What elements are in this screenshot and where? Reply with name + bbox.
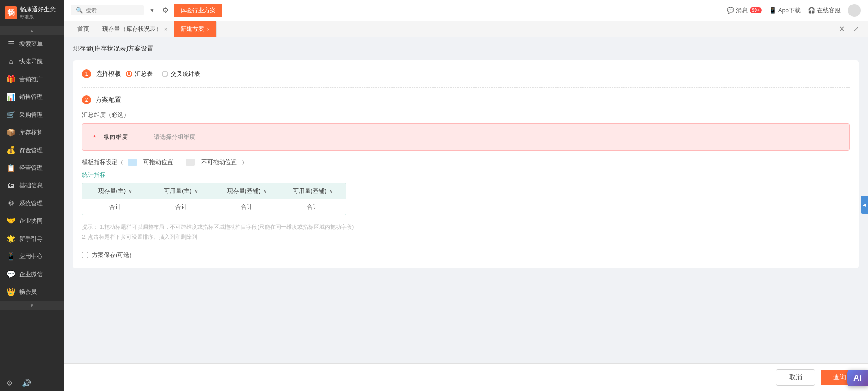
tab-inventory[interactable]: 现存量（库存状况表） × — [96, 21, 174, 37]
sidebar-item-label: 资金管理 — [19, 146, 43, 154]
content-area: 现存量(库存状况表)方案设置 1 选择模板 汇总表 交叉统计表 — [64, 37, 868, 363]
tips-text1: 1.拖动标题栏可以调整布局，不可跨维度或指标区域拖动栏目字段(只能在同一维度或指… — [100, 224, 354, 230]
col-header-3[interactable]: 可用量(基辅) ∨ — [280, 183, 346, 199]
message-label: 消息 — [736, 6, 748, 15]
save-checkbox[interactable] — [82, 252, 88, 258]
sidebar-item-member[interactable]: 👑 畅会员 — [0, 283, 64, 301]
sidebar-item-system[interactable]: ⚙ 系统管理 — [0, 194, 64, 212]
sidebar-item-quick-nav[interactable]: ⌂ 快捷导航 — [0, 53, 64, 70]
online-service-button[interactable]: 🎧 在线客服 — [808, 6, 841, 15]
member-icon: 👑 — [6, 288, 15, 296]
sidebar-bottom: ⚙ 🔊 — [0, 375, 64, 391]
radio-cross-label: 交叉统计表 — [171, 70, 200, 78]
col-header-2[interactable]: 现存量(基辅) ∨ — [214, 183, 281, 199]
radio-cross[interactable]: 交叉统计表 — [162, 70, 200, 78]
tab-inventory-label: 现存量（库存状况表） — [102, 25, 162, 33]
avatar[interactable] — [848, 4, 861, 17]
app-name: 畅康通好生意 — [20, 5, 56, 14]
radio-summary-circle — [126, 71, 132, 77]
quick-nav-icon: ⌂ — [6, 57, 15, 66]
sidebar-item-wechat[interactable]: 💬 企业微信 — [0, 265, 64, 283]
fixed-indicator-swatch — [186, 159, 195, 166]
app-download-button[interactable]: 📱 App下载 — [769, 6, 801, 15]
col-arrow-3[interactable]: ∨ — [329, 188, 333, 194]
save-label: 方案保存(可选) — [92, 251, 132, 259]
sidebar-item-finance[interactable]: 💰 资金管理 — [0, 141, 64, 159]
message-button[interactable]: 💬 消息 99+ — [727, 6, 762, 15]
step2-header: 2 方案配置 — [82, 95, 850, 104]
wechat-icon: 💬 — [6, 270, 15, 278]
col-arrow-1[interactable]: ∨ — [194, 188, 198, 194]
fixed-label: 不可拖动位置 — [201, 158, 237, 166]
sidebar-item-label: 应用中心 — [19, 252, 43, 261]
sidebar-item-basic-info[interactable]: 🗂 基础信息 — [0, 177, 64, 194]
dimension-select-area[interactable]: * 纵向维度 —— 请选择分组维度 — [82, 123, 850, 151]
sidebar: 畅 畅康通好生意 标准版 ▲ ☰ 搜索菜单 ⌂ 快捷导航 🎁 营销推广 📊 销售… — [0, 0, 64, 391]
topbar-search-box[interactable]: 🔍 — [71, 5, 144, 15]
tips-item2: 2. 点击标题栏下拉可设置排序、插入列和删除列 — [82, 232, 850, 242]
inventory-icon: 📦 — [6, 128, 15, 137]
app-download-icon: 📱 — [769, 7, 776, 14]
topbar-dropdown-icon[interactable]: ▼ — [149, 7, 155, 14]
indicator-settings-text: 模板指标设定（ — [82, 158, 123, 166]
tab-expand-icon[interactable]: ⤢ — [851, 25, 861, 33]
sidebar-item-newbie[interactable]: 🌟 新手引导 — [0, 230, 64, 247]
topbar: 🔍 ▼ ⚙ 体验行业方案 💬 消息 99+ 📱 App下载 🎧 在线客服 — [64, 0, 868, 21]
sidebar-item-label: 畅会员 — [19, 288, 37, 296]
col-arrow-0[interactable]: ∨ — [128, 188, 132, 194]
logo-icon: 畅 — [5, 6, 17, 19]
sidebar-item-label: 采购管理 — [19, 111, 43, 119]
tab-home-label: 首页 — [77, 25, 89, 33]
save-option: 方案保存(可选) — [82, 251, 850, 259]
tab-inventory-close[interactable]: × — [164, 26, 167, 32]
step2-title: 方案配置 — [96, 96, 121, 104]
sidebar-item-operations[interactable]: 📋 经营管理 — [0, 159, 64, 177]
cancel-button[interactable]: 取消 — [776, 369, 815, 386]
sidebar-item-sales[interactable]: 📊 销售管理 — [0, 88, 64, 106]
footer: 取消 查询 — [64, 363, 868, 391]
sidebar-item-purchase[interactable]: 🛒 采购管理 — [0, 106, 64, 123]
sidebar-item-marketing[interactable]: 🎁 营销推广 — [0, 70, 64, 88]
sidebar-item-label: 系统管理 — [19, 199, 43, 207]
topbar-gear-icon[interactable]: ⚙ — [162, 6, 168, 15]
headset-icon: 🎧 — [808, 7, 815, 14]
divider1 — [82, 87, 850, 88]
sidebar-scroll-down[interactable]: ▼ — [0, 301, 64, 310]
col-arrow-2[interactable]: ∨ — [263, 188, 267, 194]
movable-label: 可拖动位置 — [143, 158, 173, 166]
industry-plan-button[interactable]: 体验行业方案 — [174, 4, 222, 17]
sidebar-item-label: 搜索菜单 — [19, 40, 43, 48]
sidebar-scroll-up[interactable]: ▲ — [0, 26, 64, 35]
tab-new-plan-close[interactable]: × — [207, 26, 209, 32]
sidebar-item-label: 新手引导 — [19, 235, 43, 243]
tab-collapse-icon[interactable]: ✕ — [837, 25, 847, 33]
sidebar-item-enterprise[interactable]: 🤝 企业协同 — [0, 212, 64, 230]
purchase-icon: 🛒 — [6, 110, 15, 119]
tab-new-plan[interactable]: 新建方案 × — [174, 21, 216, 37]
app-download-label: App下载 — [778, 6, 801, 15]
cell-0: 合计 — [82, 199, 148, 215]
ai-float-button[interactable]: Ai — [847, 370, 868, 386]
radio-summary[interactable]: 汇总表 — [126, 70, 153, 78]
step1-num: 1 — [82, 69, 91, 78]
enterprise-icon: 🤝 — [6, 216, 15, 225]
col-header-1[interactable]: 可用量(主) ∨ — [148, 183, 214, 199]
sidebar-item-search-menu[interactable]: ☰ 搜索菜单 — [0, 35, 64, 53]
settings-icon[interactable]: ⚙ — [6, 379, 13, 387]
stats-table-row: 合计 合计 合计 合计 — [82, 199, 346, 215]
search-input[interactable] — [86, 7, 131, 14]
col-header-0[interactable]: 现存量(主) ∨ — [82, 183, 148, 199]
sound-icon[interactable]: 🔊 — [22, 379, 31, 387]
sidebar-item-app-center[interactable]: 📱 应用中心 — [0, 247, 64, 265]
step1-section: 1 选择模板 汇总表 交叉统计表 — [82, 69, 850, 78]
cell-2: 合计 — [214, 199, 281, 215]
basic-info-icon: 🗂 — [6, 181, 15, 190]
sidebar-item-inventory[interactable]: 📦 库存核算 — [0, 123, 64, 141]
tab-home[interactable]: 首页 — [71, 21, 96, 37]
tab-new-plan-label: 新建方案 — [180, 25, 204, 33]
search-icon: 🔍 — [76, 7, 83, 14]
side-panel-toggle[interactable]: ◀ — [861, 196, 868, 214]
sidebar-item-label: 营销推广 — [19, 75, 43, 83]
logo-text-block: 畅康通好生意 标准版 — [20, 5, 56, 20]
settings-card: 1 选择模板 汇总表 交叉统计表 — [73, 60, 859, 268]
